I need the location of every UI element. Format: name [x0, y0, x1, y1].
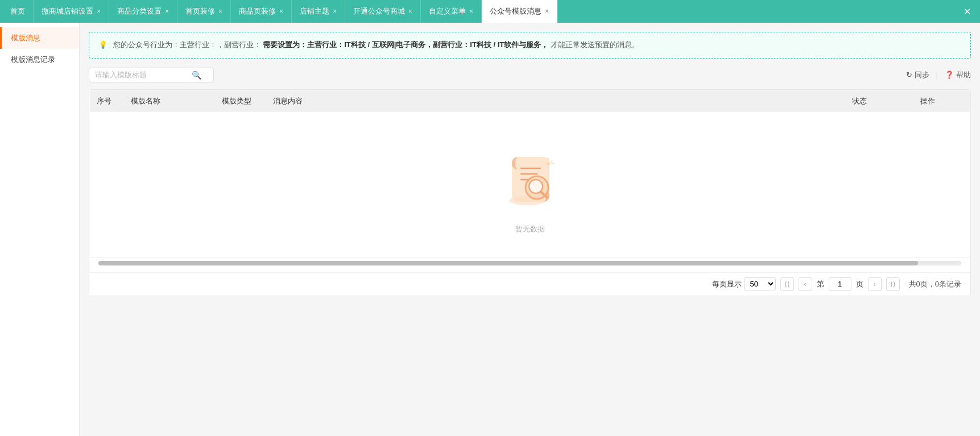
table-col-2: 模版类型: [215, 90, 266, 112]
tab-category-setting[interactable]: 商品分类设置 ×: [109, 0, 177, 23]
empty-state: 暂无数据: [89, 113, 970, 257]
tab-bar-close-button[interactable]: ✕: [957, 6, 978, 17]
table-col-4: 状态: [845, 90, 913, 112]
main-layout: 模版消息模版消息记录 💡 您的公众号行业为：主营行业：，副营行业： 需要设置为：…: [0, 23, 980, 436]
tab-bar: 首页微商城店铺设置 ×商品分类设置 ×首页装修 ×商品页装修 ×店铺主题 ×开通…: [0, 0, 980, 23]
page-total: 共0页，0条记录: [909, 279, 961, 289]
page-size-dropdown[interactable]: 50 20 100: [744, 277, 776, 290]
notice-prefix: 您的公众号行业为：主营行业：，副营行业：: [113, 40, 261, 49]
notice-highlight: 需要设置为：主营行业：IT科技 / 互联网|电子商务，副营行业：IT科技 / I…: [263, 40, 548, 49]
sidebar-item-template-msg[interactable]: 模版消息: [0, 27, 79, 49]
tab-close-shop-setting[interactable]: ×: [97, 7, 101, 15]
sidebar: 模版消息模版消息记录: [0, 23, 80, 436]
scroll-thumb[interactable]: [98, 261, 918, 265]
tab-template-msg[interactable]: 公众号模版消息 ×: [482, 0, 557, 23]
page-unit-label: 页: [856, 279, 863, 289]
tab-close-shop-theme[interactable]: ×: [333, 7, 337, 15]
pagination: 每页显示 50 20 100 ⟨⟨ ‹ 第 页 › ⟩⟩ 共0页，0条记录: [89, 272, 970, 296]
tab-shop-setting[interactable]: 微商城店铺设置 ×: [34, 0, 109, 23]
table-col-3: 消息内容: [266, 90, 845, 112]
scroll-bar-area: [89, 257, 970, 272]
page-nav-prev[interactable]: ‹: [799, 277, 812, 291]
sync-label: 同步: [915, 70, 929, 80]
table-container: 序号模版名称模版类型消息内容状态操作: [89, 89, 971, 296]
page-nav-next[interactable]: ›: [868, 277, 882, 291]
sync-icon: ↻: [906, 70, 912, 79]
scroll-track[interactable]: [98, 261, 961, 265]
page-nav-last[interactable]: ⟩⟩: [886, 277, 900, 291]
page-nav-first[interactable]: ⟨⟨: [780, 277, 794, 291]
notice-suffix: 才能正常发送预置的消息。: [551, 40, 639, 49]
tab-open-mall[interactable]: 开通公众号商城 ×: [345, 0, 421, 23]
tab-shop-theme[interactable]: 店铺主题 ×: [292, 0, 345, 23]
search-icon[interactable]: 🔍: [192, 70, 201, 80]
tab-product-decor[interactable]: 商品页装修 ×: [231, 0, 292, 23]
tab-close-category-setting[interactable]: ×: [165, 7, 169, 15]
sidebar-item-template-record[interactable]: 模版消息记录: [0, 49, 79, 70]
svg-line-9: [551, 161, 552, 162]
page-size-select: 每页显示 50 20 100: [712, 277, 776, 290]
table-col-5: 操作: [913, 90, 970, 112]
search-input[interactable]: [95, 70, 192, 79]
sync-button[interactable]: ↻ 同步: [906, 70, 929, 80]
help-button[interactable]: ❓ 帮助: [945, 70, 971, 80]
table-col-0: 序号: [90, 90, 124, 112]
tab-close-template-msg[interactable]: ×: [545, 7, 549, 15]
data-table: 序号模版名称模版类型消息内容状态操作: [89, 90, 970, 113]
tab-home[interactable]: 首页: [2, 0, 34, 23]
search-bar: 🔍 ↻ 同步 | ❓ 帮助: [89, 68, 971, 82]
content-area: 💡 您的公众号行业为：主营行业：，副营行业： 需要设置为：主营行业：IT科技 /…: [80, 23, 980, 436]
toolbar-divider: |: [936, 70, 938, 79]
notice-icon: 💡: [98, 40, 107, 49]
page-di-label: 第: [817, 279, 824, 289]
help-icon: ❓: [945, 70, 954, 79]
tab-close-open-mall[interactable]: ×: [408, 7, 412, 15]
empty-icon: [496, 147, 564, 215]
page-number-input[interactable]: [829, 277, 851, 291]
tab-close-custom-menu[interactable]: ×: [469, 7, 473, 15]
tab-home-decor[interactable]: 首页装修 ×: [177, 0, 231, 23]
tab-close-product-decor[interactable]: ×: [279, 7, 283, 15]
toolbar-right: ↻ 同步 | ❓ 帮助: [906, 70, 971, 80]
tab-custom-menu[interactable]: 自定义菜单 ×: [421, 0, 482, 23]
search-input-wrap: 🔍: [89, 68, 214, 82]
page-size-label: 每页显示: [712, 279, 742, 289]
tab-close-home-decor[interactable]: ×: [218, 7, 222, 15]
table-col-1: 模版名称: [124, 90, 215, 112]
svg-point-7: [547, 162, 550, 165]
help-label: 帮助: [956, 70, 971, 80]
empty-text: 暂无数据: [515, 224, 545, 234]
notice-box: 💡 您的公众号行业为：主营行业：，副营行业： 需要设置为：主营行业：IT科技 /…: [89, 32, 971, 59]
